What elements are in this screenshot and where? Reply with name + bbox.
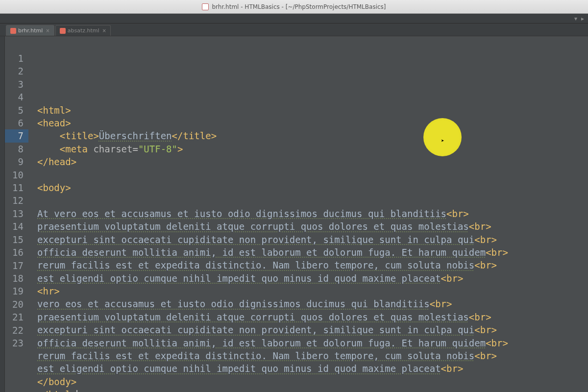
tab-absatz[interactable]: absatz.html × xyxy=(55,25,111,36)
line-number: 15 xyxy=(5,233,28,246)
syntax-attr-value: "UTF-8" xyxy=(138,144,177,154)
code-line[interactable]: excepturi sint occaecati cupiditate non … xyxy=(37,323,588,336)
syntax-tag: <head> xyxy=(37,118,71,128)
syntax-tag: </body> xyxy=(37,376,76,387)
code-area[interactable]: ➤ <html><head> <title>Überschriften</tit… xyxy=(28,36,588,392)
line-number: 14 xyxy=(5,220,28,233)
code-line[interactable]: <title>Überschriften</title> xyxy=(37,129,588,142)
syntax-tag: <br> xyxy=(441,273,464,284)
code-line[interactable]: est eligendi optio cumque nihil impedit … xyxy=(37,362,588,375)
code-line[interactable]: excepturi sint occaecati cupiditate non … xyxy=(37,233,588,246)
run-icon[interactable]: ▸ xyxy=(581,15,584,22)
syntax-tag: <br> xyxy=(441,363,464,374)
syntax-text: excepturi sint occaecati cupiditate non … xyxy=(37,324,474,335)
window-titlebar: brhr.html - HTMLBasics - [~/PhpStormProj… xyxy=(0,0,588,14)
syntax-tag: <meta xyxy=(60,144,94,154)
syntax-text: officia deserunt mollitia animi, id est … xyxy=(37,338,486,348)
syntax-text: praesentium voluptatum deleniti atque co… xyxy=(37,221,469,232)
syntax-text: Überschriften xyxy=(99,130,172,141)
text-caret xyxy=(76,390,77,392)
line-number: 22 xyxy=(5,324,28,337)
code-line[interactable]: officia deserunt mollitia animi, id est … xyxy=(37,337,588,349)
syntax-text: praesentium voluptatum deleniti atque co… xyxy=(37,312,469,322)
code-line[interactable]: rerum facilis est et expedita distinctio… xyxy=(37,349,588,362)
dropdown-icon[interactable]: ▾ xyxy=(574,15,577,22)
code-line[interactable]: <hr> xyxy=(37,285,588,297)
line-number: 21 xyxy=(5,311,28,323)
html-file-icon xyxy=(10,28,16,34)
syntax-tag: <body> xyxy=(37,182,71,193)
syntax-attr-name: charset= xyxy=(93,144,138,154)
code-line[interactable]: At vero eos et accusamus et iusto odio d… xyxy=(37,207,588,220)
tab-label: brhr.html xyxy=(18,27,43,34)
main-toolbar: ▾ ▸ xyxy=(0,14,588,24)
line-number: 19 xyxy=(5,285,28,297)
syntax-tag: <br> xyxy=(474,324,497,335)
code-line[interactable]: <head> xyxy=(37,117,588,129)
line-number: 3 xyxy=(5,78,28,91)
code-line[interactable]: vero eos et accusamus et iusto odio dign… xyxy=(37,297,588,310)
syntax-tag: </title> xyxy=(172,130,217,141)
project-tool-strip[interactable] xyxy=(0,36,5,392)
code-line[interactable]: <meta charset="UTF-8"> xyxy=(37,143,588,155)
syntax-tag: <br> xyxy=(486,247,508,258)
syntax-tag: <br> xyxy=(486,338,508,348)
code-line[interactable]: <html> xyxy=(37,104,588,117)
line-number: 8 xyxy=(5,143,28,155)
line-number: 4 xyxy=(5,91,28,103)
tab-label: absatz.html xyxy=(68,27,99,34)
syntax-tag: <html> xyxy=(37,105,71,116)
code-line[interactable]: rerum facilis est et expedita distinctio… xyxy=(37,259,588,271)
line-number: 10 xyxy=(5,169,28,181)
line-number: 7 xyxy=(5,129,28,142)
line-number: 20 xyxy=(5,298,28,311)
syntax-tag: <br> xyxy=(474,260,497,270)
syntax-text: est eligendi optio cumque nihil impedit … xyxy=(37,363,441,374)
line-number: 9 xyxy=(5,155,28,168)
line-number: 2 xyxy=(5,65,28,77)
line-number: 16 xyxy=(5,246,28,259)
syntax-tag: <br> xyxy=(474,350,497,361)
syntax-tag: <br> xyxy=(430,298,452,309)
syntax-tag: <hr> xyxy=(37,286,60,296)
syntax-tag: </html> xyxy=(37,389,76,392)
syntax-tag: </head> xyxy=(37,156,76,167)
code-line[interactable] xyxy=(37,169,588,181)
code-line[interactable]: praesentium voluptatum deleniti atque co… xyxy=(37,220,588,233)
line-number: 17 xyxy=(5,259,28,272)
syntax-tag: > xyxy=(177,144,183,154)
window-title: brhr.html - HTMLBasics - [~/PhpStormProj… xyxy=(212,3,386,10)
code-line[interactable]: est eligendi optio cumque nihil impedit … xyxy=(37,272,588,285)
html-file-icon xyxy=(60,28,66,34)
syntax-text: rerum facilis est et expedita distinctio… xyxy=(37,350,474,361)
line-number-gutter: 1234567891011121314151617181920212223 xyxy=(5,36,28,392)
line-number: 1 xyxy=(5,52,28,65)
close-icon[interactable]: × xyxy=(46,28,49,33)
syntax-text: officia deserunt mollitia animi, id est … xyxy=(37,247,486,258)
file-icon xyxy=(202,3,209,10)
code-line[interactable]: </html> xyxy=(37,388,588,392)
line-number: 23 xyxy=(5,337,28,349)
line-number: 12 xyxy=(5,194,28,207)
line-number: 11 xyxy=(5,181,28,194)
tab-brhr[interactable]: brhr.html × xyxy=(6,25,54,36)
close-icon[interactable]: × xyxy=(102,28,106,33)
editor: 1234567891011121314151617181920212223 ➤ … xyxy=(0,36,588,392)
line-number: 5 xyxy=(5,104,28,117)
code-line[interactable]: </head> xyxy=(37,155,588,168)
syntax-tag: <title> xyxy=(60,130,99,141)
line-number: 18 xyxy=(5,272,28,285)
code-line[interactable] xyxy=(37,194,588,207)
line-number: 13 xyxy=(5,207,28,220)
line-number: 6 xyxy=(5,117,28,129)
syntax-text: vero eos et accusamus et iusto odio dign… xyxy=(37,298,430,309)
code-line[interactable]: officia deserunt mollitia animi, id est … xyxy=(37,246,588,259)
syntax-text: excepturi sint occaecati cupiditate non … xyxy=(37,234,474,245)
code-line[interactable]: <body> xyxy=(37,181,588,194)
syntax-text: est eligendi optio cumque nihil impedit … xyxy=(37,273,441,284)
code-line[interactable]: </body> xyxy=(37,375,588,388)
syntax-text: At vero eos et accusamus et iusto odio d… xyxy=(37,208,446,219)
syntax-tag: <br> xyxy=(446,208,469,219)
editor-tabbar: brhr.html × absatz.html × xyxy=(0,24,588,36)
code-line[interactable]: praesentium voluptatum deleniti atque co… xyxy=(37,311,588,323)
